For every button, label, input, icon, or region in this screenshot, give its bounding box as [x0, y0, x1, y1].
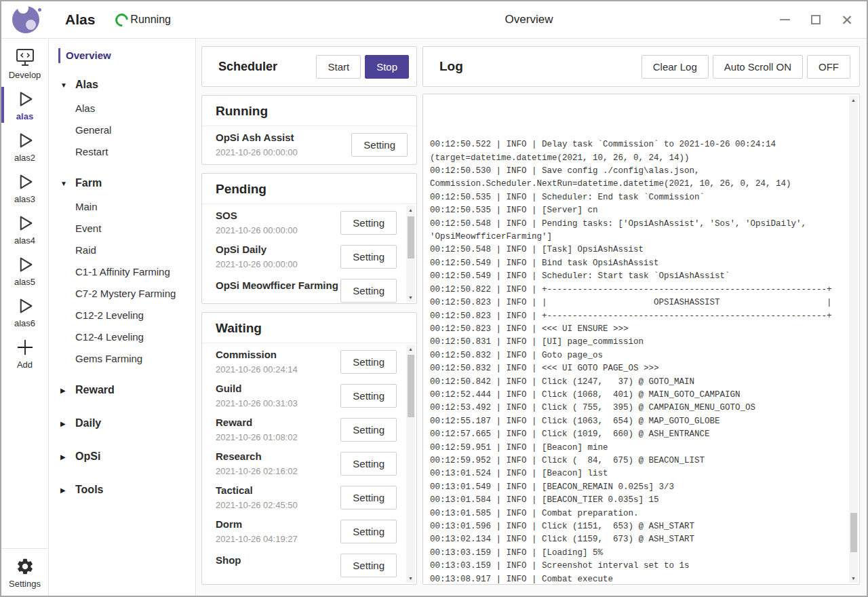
task-info: Reward 2021-10-26 01:08:02 — [216, 417, 298, 442]
menu-item-gems-farming[interactable]: Gems Farming — [49, 347, 195, 369]
menu-item-main[interactable]: Main — [49, 195, 195, 217]
log-line: 00:12:50.549 | INFO | Bind task OpsiAshA… — [430, 257, 840, 270]
maximize-icon[interactable] — [810, 14, 822, 26]
menu-group-tools[interactable]: Tools — [49, 478, 195, 502]
nav-item-label: Settings — [9, 579, 41, 589]
menu-item-overview[interactable]: Overview — [49, 47, 195, 64]
log-line: 'OpsiMeowfficerFarming'] — [430, 231, 840, 244]
menu-group-reward[interactable]: Reward — [49, 378, 195, 402]
nav-item-alas[interactable]: alas — [1, 84, 48, 126]
menu-item-c12-4-leveling[interactable]: C12-4 Leveling — [49, 326, 195, 347]
nav-item-alas6[interactable]: alas6 — [1, 291, 48, 332]
task-setting-button[interactable]: Setting — [340, 350, 397, 374]
task-next-run: 2021-10-26 02:16:02 — [216, 466, 298, 476]
running-spinner-icon — [113, 11, 131, 29]
task-setting-button[interactable]: Setting — [340, 418, 397, 442]
menu-item-c12-2-leveling[interactable]: C12-2 Leveling — [49, 304, 195, 326]
task-setting-button[interactable]: Setting — [340, 554, 397, 577]
task-info: Shop — [216, 554, 241, 577]
scroll-down-icon[interactable] — [406, 293, 415, 302]
menu-item-event[interactable]: Event — [49, 217, 195, 239]
log-line: 00:13:02.134 | INFO | Click (1159, 673) … — [430, 533, 840, 546]
scrollbar-thumb[interactable] — [408, 216, 414, 258]
autoscroll-off-button[interactable]: OFF — [807, 55, 850, 79]
menu-item-general[interactable]: General — [49, 119, 195, 140]
scrollbar-thumb[interactable] — [850, 513, 857, 552]
stop-button[interactable]: Stop — [365, 55, 409, 79]
menu-item-restart[interactable]: Restart — [49, 140, 195, 162]
task-setting-button[interactable]: Setting — [340, 279, 397, 303]
menu-item-alas[interactable]: Alas — [49, 97, 195, 119]
nav-rail: Develop alas alas2 alas3 — [1, 39, 49, 596]
task-setting-button[interactable]: Setting — [340, 245, 397, 269]
task-row: Shop Setting — [202, 548, 406, 582]
chevron-down-icon — [60, 180, 68, 187]
nav-item-alas3[interactable]: alas3 — [1, 167, 48, 208]
log-line: 00:13:01.584 | INFO | [BEACON_TIER 0.035… — [430, 494, 840, 507]
autoscroll-on-button[interactable]: Auto Scroll ON — [713, 55, 803, 79]
log-line: Commission.Scheduler.NextRun=datetime.da… — [430, 178, 840, 191]
waiting-scrollbar[interactable] — [406, 345, 415, 583]
app-window: Alas Running Overview ✕ Develop alas — [0, 0, 868, 597]
pending-title: Pending — [202, 174, 416, 204]
task-setting-button[interactable]: Setting — [340, 384, 397, 408]
menu-group-opsi[interactable]: OpSi — [49, 444, 195, 469]
task-row: Reward 2021-10-26 01:08:02 Setting — [202, 412, 406, 446]
pending-scrollbar[interactable] — [406, 206, 415, 302]
task-info: Tactical 2021-10-26 02:45:50 — [216, 484, 298, 510]
log-line: 00:12:50.535 | INFO | Scheduler: End tas… — [430, 191, 840, 204]
close-icon[interactable]: ✕ — [841, 14, 853, 26]
waiting-title: Waiting — [202, 313, 416, 343]
scroll-down-icon[interactable] — [849, 574, 858, 583]
scroll-up-icon[interactable] — [406, 206, 415, 214]
menu-item-raid[interactable]: Raid — [49, 239, 195, 261]
task-setting-button[interactable]: Setting — [340, 211, 397, 235]
task-setting-button[interactable]: Setting — [340, 486, 397, 509]
scheduler-title: Scheduler — [218, 60, 277, 74]
task-row: Guild 2021-10-26 00:31:03 Setting — [202, 379, 406, 412]
nav-item-add[interactable]: Add — [1, 332, 48, 374]
menu-item-c1-1-affinity-farming[interactable]: C1-1 Affinity Farming — [49, 261, 195, 282]
task-setting-button[interactable]: Setting — [340, 520, 397, 543]
menu-group-daily[interactable]: Daily — [49, 411, 195, 436]
task-setting-button[interactable]: Setting — [351, 133, 408, 157]
scrollbar-thumb[interactable] — [408, 355, 414, 417]
log-line: 00:13:08.917 | INFO | Combat execute — [430, 573, 840, 585]
task-name: Dorm — [216, 518, 298, 531]
nav-item-alas4[interactable]: alas4 — [1, 208, 48, 250]
log-scrollbar[interactable] — [849, 96, 858, 583]
nav-item-label: Add — [17, 360, 33, 370]
nav-item-label: alas6 — [14, 318, 35, 328]
chevron-right-icon — [60, 453, 68, 461]
start-button[interactable]: Start — [316, 55, 361, 79]
task-setting-button[interactable]: Setting — [340, 452, 397, 476]
task-name: SOS — [216, 210, 298, 222]
nav-item-alas2[interactable]: alas2 — [1, 126, 48, 167]
nav-item-develop[interactable]: Develop — [1, 43, 48, 84]
scroll-up-icon[interactable] — [849, 96, 858, 104]
chevron-right-icon — [60, 420, 68, 427]
task-name: Commission — [216, 349, 298, 361]
menu-item-c7-2-mystery-farming[interactable]: C7-2 Mystery Farming — [49, 282, 195, 304]
task-info: Dorm 2021-10-26 04:19:27 — [216, 518, 298, 544]
log-line: 00:13:01.596 | INFO | Click (1151, 653) … — [430, 520, 840, 533]
task-name: Research — [216, 450, 298, 463]
task-info: Guild 2021-10-26 00:31:03 — [216, 383, 298, 408]
pending-task-list: SOS 2021-10-26 00:00:00 Setting OpSi Dai… — [202, 204, 416, 303]
minimize-icon[interactable] — [778, 14, 791, 26]
log-line: 00:12:50.548 | INFO | [Task] OpsiAshAssi… — [430, 244, 840, 256]
log-line: 00:13:03.159 | INFO | Screenshot interva… — [430, 560, 840, 573]
scroll-down-icon[interactable] — [406, 574, 415, 583]
menu-group-farm[interactable]: Farm — [49, 171, 195, 195]
nav-item-label: Develop — [9, 70, 41, 80]
log-line: 00:12:50.831 | INFO | [UI] page_commissi… — [430, 336, 840, 349]
nav-item-alas5[interactable]: alas5 — [1, 250, 48, 291]
nav-item-settings[interactable]: Settings — [1, 548, 48, 596]
nav-item-label: alas3 — [14, 194, 35, 204]
log-line: 00:12:50.842 | INFO | Click (1247, 37) @… — [430, 376, 840, 389]
log-line: 00:13:01.549 | INFO | [BEACON_REMAIN 0.0… — [430, 481, 840, 494]
scroll-up-icon[interactable] — [406, 345, 415, 353]
log-line: 00:12:50.832 | INFO | Goto page_os — [430, 349, 840, 362]
menu-group-alas[interactable]: Alas — [49, 73, 195, 97]
clear-log-button[interactable]: Clear Log — [642, 55, 709, 79]
